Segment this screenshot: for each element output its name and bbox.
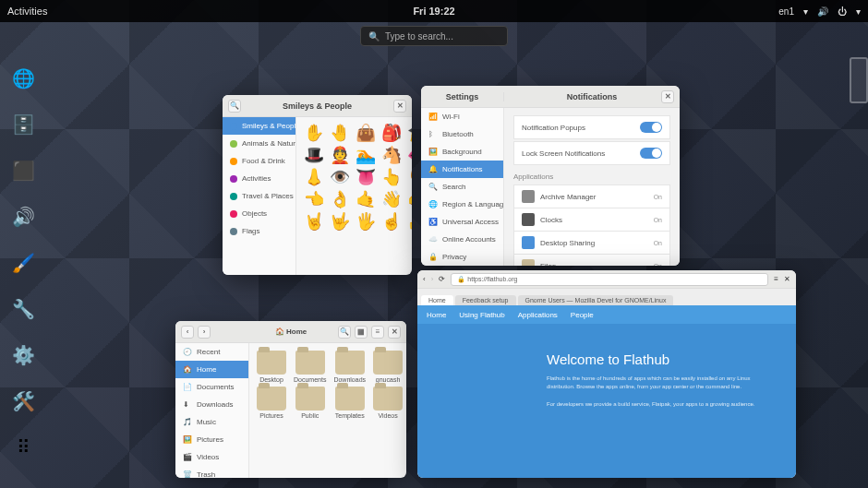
site-nav-link[interactable]: People: [571, 311, 594, 319]
emoji-cell[interactable]: 🐴: [381, 147, 402, 163]
characters-window[interactable]: 🔍 Smileys & People ✕ Smileys & PeopleAni…: [223, 95, 412, 275]
forward-icon[interactable]: ›: [198, 326, 211, 339]
forward-icon[interactable]: ›: [431, 275, 434, 283]
emoji-cell[interactable]: 👆: [381, 169, 402, 185]
reload-icon[interactable]: ⟳: [439, 275, 445, 283]
files-sidebar-item[interactable]: 🖼️Pictures: [175, 431, 248, 448]
category-item[interactable]: Objects: [223, 205, 295, 222]
app-notification-row[interactable]: ClocksOn: [513, 208, 670, 232]
search-icon[interactable]: 🔍: [228, 100, 241, 113]
folder-item[interactable]: Desktop: [257, 351, 286, 383]
category-item[interactable]: Travel & Places: [223, 187, 295, 205]
workspace-thumbnail[interactable]: [850, 57, 868, 103]
emoji-cell[interactable]: 🏊: [356, 147, 376, 163]
toggle-row[interactable]: Notification Popups: [513, 115, 670, 139]
files-sidebar-item[interactable]: 🕘Recent: [175, 343, 248, 361]
dock-rhythmbox[interactable]: 🔊: [7, 201, 39, 232]
emoji-cell[interactable]: 👋: [381, 191, 402, 208]
folder-item[interactable]: gnucash: [373, 351, 403, 383]
settings-sidebar-item[interactable]: 🖼️Background: [421, 143, 503, 161]
browser-tab[interactable]: Home: [421, 295, 453, 305]
folder-item[interactable]: Public: [294, 387, 326, 419]
close-icon[interactable]: ✕: [661, 90, 674, 103]
settings-sidebar-item[interactable]: 🔒Privacy: [421, 248, 503, 266]
overview-search[interactable]: 🔍 Type to search...: [360, 26, 508, 46]
category-item[interactable]: Smileys & People: [223, 117, 295, 135]
emoji-cell[interactable]: 👃: [304, 169, 324, 185]
dock-extensions[interactable]: ⚙️: [7, 339, 39, 371]
dock-apps-grid[interactable]: ⠿: [7, 432, 39, 463]
power-icon[interactable]: ⏻: [838, 6, 847, 17]
volume-icon[interactable]: 🔊: [817, 6, 828, 17]
settings-sidebar-item[interactable]: 🔍Search: [421, 178, 503, 196]
files-sidebar-item[interactable]: 📄Documents: [175, 378, 248, 396]
files-sidebar-item[interactable]: 🗑️Trash: [175, 466, 248, 478]
toggle-row[interactable]: Lock Screen Notifications: [513, 141, 670, 165]
category-item[interactable]: Animals & Nature: [223, 135, 295, 152]
emoji-cell[interactable]: 🤟: [330, 213, 350, 230]
browser-window[interactable]: ‹ › ⟳ 🔒 https://flathub.org ≡ ✕ HomeFeed…: [417, 270, 796, 478]
folder-item[interactable]: Documents: [294, 351, 326, 383]
search-icon[interactable]: 🔍: [338, 326, 351, 339]
dock-terminal[interactable]: ⬛: [7, 155, 39, 186]
emoji-cell[interactable]: 🎒: [381, 125, 402, 141]
emoji-cell[interactable]: 🖐️: [356, 213, 376, 230]
emoji-cell[interactable]: 👅: [356, 169, 376, 185]
site-nav-link[interactable]: Home: [427, 311, 446, 319]
menu-icon[interactable]: ≡: [774, 275, 778, 283]
emoji-cell[interactable]: ✋: [304, 125, 324, 141]
emoji-cell[interactable]: 👍: [407, 213, 412, 230]
url-bar[interactable]: 🔒 https://flathub.org: [451, 273, 768, 286]
emoji-cell[interactable]: 👌: [330, 191, 350, 208]
emoji-cell[interactable]: 👄: [407, 147, 412, 163]
browser-tab[interactable]: Gnome Users — Mozilla Devel for GNOME/Li…: [518, 295, 674, 305]
back-icon[interactable]: ‹: [181, 326, 194, 339]
emoji-cell[interactable]: 👉: [407, 191, 412, 208]
files-sidebar-item[interactable]: 🏠Home: [175, 361, 248, 378]
back-icon[interactable]: ‹: [423, 275, 426, 283]
emoji-cell[interactable]: 👈: [304, 191, 324, 208]
emoji-cell[interactable]: 🤚: [330, 125, 350, 141]
site-nav-link[interactable]: Applications: [518, 311, 558, 319]
emoji-cell[interactable]: 👲: [330, 147, 350, 163]
dock-gimp[interactable]: 🖌️: [7, 247, 39, 279]
settings-sidebar-item[interactable]: ᛒBluetooth: [421, 125, 503, 143]
files-sidebar-item[interactable]: ⬇Downloads: [175, 396, 248, 413]
toggle-switch[interactable]: [640, 122, 662, 133]
settings-sidebar-item[interactable]: 🔔Notifications: [421, 161, 503, 178]
settings-window[interactable]: Settings Notifications ✕ 📶Wi-FiᛒBluetoot…: [421, 86, 680, 266]
close-icon[interactable]: ✕: [393, 100, 406, 113]
emoji-cell[interactable]: 👁️: [330, 169, 350, 185]
dock-tools[interactable]: 🛠️: [7, 386, 39, 417]
close-icon[interactable]: ✕: [784, 275, 790, 283]
app-notification-row[interactable]: Archive ManagerOn: [513, 184, 670, 208]
category-item[interactable]: Flags: [223, 222, 295, 240]
files-sidebar-item[interactable]: 🎵Music: [175, 413, 248, 431]
settings-sidebar-item[interactable]: ♿Universal Access: [421, 213, 503, 231]
app-notification-row[interactable]: Desktop SharingOn: [513, 231, 670, 255]
files-sidebar-item[interactable]: 🎬Videos: [175, 448, 248, 466]
folder-item[interactable]: Videos: [373, 387, 403, 419]
view-icon[interactable]: ▦: [355, 326, 368, 339]
emoji-cell[interactable]: 👜: [356, 125, 376, 141]
activities-button[interactable]: Activities: [7, 6, 47, 17]
settings-sidebar-item[interactable]: ☁️Online Accounts: [421, 231, 503, 248]
emoji-cell[interactable]: 🤙: [356, 191, 376, 208]
app-notification-row[interactable]: FilesOn: [513, 254, 670, 266]
emoji-cell[interactable]: 👇: [407, 169, 412, 185]
emoji-cell[interactable]: 🤘: [304, 213, 324, 230]
folder-item[interactable]: Templates: [333, 387, 366, 419]
browser-tab[interactable]: Feedback setup: [455, 295, 516, 305]
settings-sidebar-item[interactable]: 📶Wi-Fi: [421, 108, 503, 125]
locale-indicator[interactable]: en1: [778, 6, 794, 17]
files-window[interactable]: ‹ › 🏠 Home 🔍 ▦ ≡ ✕ 🕘Recent🏠Home📄Document…: [175, 321, 406, 478]
dock-web-browser[interactable]: 🌐: [7, 63, 39, 94]
menu-icon[interactable]: ≡: [371, 326, 384, 339]
settings-sidebar-item[interactable]: 🌐Region & Language: [421, 196, 503, 213]
dock-settings[interactable]: 🔧: [7, 293, 39, 325]
site-nav-link[interactable]: Using Flathub: [459, 311, 504, 319]
close-icon[interactable]: ✕: [388, 326, 401, 339]
folder-item[interactable]: Pictures: [257, 387, 286, 419]
emoji-cell[interactable]: 🎓: [407, 125, 412, 141]
folder-item[interactable]: Downloads: [333, 351, 366, 383]
